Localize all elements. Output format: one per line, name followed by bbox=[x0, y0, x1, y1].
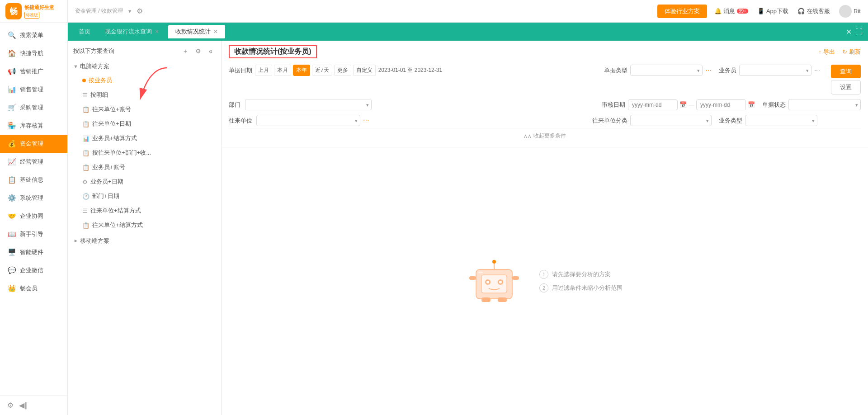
window-close-icon[interactable]: ✕ bbox=[846, 28, 852, 36]
date-separator: — bbox=[689, 101, 694, 108]
avatar-image bbox=[839, 5, 852, 18]
biz-type-select[interactable] bbox=[745, 115, 817, 126]
scheme-item-salesman-account[interactable]: 📋 业务员+账号 bbox=[68, 160, 221, 174]
sidebar-item-enterprise[interactable]: 🤝 企业协同 bbox=[0, 207, 67, 225]
collapse-panel-btn[interactable]: « bbox=[206, 46, 216, 56]
sidebar-item-sales[interactable]: 📊 销售管理 bbox=[0, 80, 67, 99]
sidebar-item-finance[interactable]: 💰 资金管理 bbox=[0, 135, 67, 153]
sidebar-item-marketing[interactable]: 📢 营销推广 bbox=[0, 62, 67, 80]
sidebar-item-system[interactable]: ⚙️ 系统管理 bbox=[0, 189, 67, 207]
content-area: 按以下方案查询 + ⚙ « ▼ 电脑端方案 按业务员 bbox=[68, 41, 868, 415]
calendar-end-icon[interactable]: 📅 bbox=[748, 101, 755, 108]
date-btn-last-month[interactable]: 上月 bbox=[255, 65, 272, 76]
sidebar-item-inventory[interactable]: 🏪 库存核算 bbox=[0, 117, 67, 135]
scheme-item-unit-account[interactable]: 📋 往来单位+账号 bbox=[68, 102, 221, 117]
user-avatar[interactable]: Rit bbox=[839, 5, 861, 18]
counterpart-category-select[interactable] bbox=[630, 115, 712, 126]
window-maximize-icon[interactable]: ⛶ bbox=[855, 28, 863, 36]
sidebar-item-wechat[interactable]: 💬 企业微信 bbox=[0, 261, 67, 279]
dept-date-icon: 🕐 bbox=[82, 193, 90, 200]
right-panel: 收款情况统计(按业务员) ↑ 导出 ↻ 刷新 bbox=[222, 41, 868, 415]
detail-icon: ☰ bbox=[82, 92, 88, 99]
date-btn-more[interactable]: 更多 bbox=[334, 65, 351, 76]
date-btn-this-month[interactable]: 本月 bbox=[274, 65, 291, 76]
salesman-date-icon: ⚙ bbox=[82, 179, 88, 185]
main-area: 资金管理 / 收款管理 ▾ ⚙ 体验行业方案 🔔 消息 99+ 📱 App下载 … bbox=[68, 0, 868, 415]
unit-settle1-icon: ☰ bbox=[82, 208, 88, 214]
salesman-select[interactable] bbox=[739, 65, 811, 76]
empty-robot-svg bbox=[467, 256, 521, 306]
messages-btn[interactable]: 🔔 消息 99+ bbox=[714, 7, 748, 15]
topbar-gear-icon[interactable]: ⚙ bbox=[137, 7, 143, 15]
guide-icon: 📖 bbox=[7, 230, 16, 239]
settings-bottom-icon[interactable]: ⚙ bbox=[7, 401, 14, 410]
sidebar-item-hardware[interactable]: 🖥️ 智能硬件 bbox=[0, 243, 67, 261]
date-btn-7days[interactable]: 近7天 bbox=[312, 65, 332, 76]
scheme-item-dept-date[interactable]: 🕐 部门+日期 bbox=[68, 189, 221, 203]
refresh-btn[interactable]: ↻ 刷新 bbox=[842, 48, 861, 56]
scheme-item-salesman[interactable]: 按业务员 bbox=[68, 73, 221, 88]
step-1-num: 1 bbox=[539, 270, 548, 279]
tab-receipt[interactable]: 收款情况统计 ✕ bbox=[168, 25, 225, 38]
basic-icon: 📋 bbox=[7, 175, 16, 184]
mobile-section-arrow-icon: ▼ bbox=[73, 239, 78, 244]
scheme-item-unit-settle2[interactable]: 📋 往来单位+结算方式 bbox=[68, 218, 221, 232]
pc-scheme-section: ▼ 电脑端方案 按业务员 ☰ 按明细 📋 往来单位+账号 📋 bbox=[68, 60, 221, 234]
collapse-sidebar-icon[interactable]: ◀∥ bbox=[19, 401, 28, 410]
svg-rect-11 bbox=[512, 276, 519, 280]
scheme-item-unit-dept[interactable]: 📋 按往来单位+部门+收... bbox=[68, 146, 221, 160]
doc-type-filter: 单据类型 ··· bbox=[604, 65, 711, 76]
counterpart-category-filter: 往来单位分类 bbox=[592, 115, 712, 126]
counterpart-category-select-wrap bbox=[630, 115, 712, 126]
salesman-more-icon[interactable]: ··· bbox=[814, 66, 820, 75]
export-btn[interactable]: ↑ 导出 bbox=[819, 48, 835, 56]
calendar-start-icon[interactable]: 📅 bbox=[679, 101, 687, 108]
mobile-section-header[interactable]: ▼ 移动端方案 bbox=[68, 234, 221, 248]
doc-type-select[interactable] bbox=[630, 65, 703, 76]
settings-btn[interactable]: 设置 bbox=[831, 80, 861, 94]
add-scheme-btn[interactable]: + bbox=[180, 46, 190, 56]
sidebar-item-basic[interactable]: 📋 基础信息 bbox=[0, 171, 67, 189]
biz-type-filter: 业务类型 bbox=[719, 115, 817, 126]
date-btn-custom[interactable]: 自定义 bbox=[353, 65, 376, 76]
topbar-right: 🔔 消息 99+ 📱 App下载 🎧 在线客服 Rit bbox=[714, 5, 861, 18]
scheme-item-salesman-date[interactable]: ⚙ 业务员+日期 bbox=[68, 174, 221, 189]
counterpart-more-icon[interactable]: ··· bbox=[363, 117, 369, 125]
export-icon: ↑ bbox=[819, 48, 822, 55]
scheme-item-unit-settle1[interactable]: ☰ 往来单位+结算方式 bbox=[68, 203, 221, 218]
scheme-item-detail[interactable]: ☰ 按明细 bbox=[68, 88, 221, 102]
counterpart-select[interactable] bbox=[256, 115, 360, 126]
tab-bank[interactable]: 现金银行流水查询 ✕ bbox=[98, 25, 166, 38]
date-btn-this-year[interactable]: 本年 bbox=[293, 65, 310, 76]
unit-date-icon: 📋 bbox=[82, 121, 90, 127]
query-btn[interactable]: 查询 bbox=[831, 65, 861, 78]
review-date-inputs: 📅 — 📅 bbox=[628, 99, 755, 110]
empty-illustration bbox=[467, 256, 521, 307]
collapse-bar[interactable]: ∧∧ 收起更多条件 bbox=[229, 128, 861, 143]
review-date-end[interactable] bbox=[696, 99, 746, 110]
active-dot-icon bbox=[82, 79, 86, 82]
sidebar: 畅 畅捷通好生意 标准版 🔍 搜索菜单 🏠 快捷导航 📢 营销推广 📊 销售管理… bbox=[0, 0, 68, 415]
tab-home[interactable]: 首页 bbox=[73, 25, 96, 38]
sidebar-item-quicknav[interactable]: 🏠 快捷导航 bbox=[0, 44, 67, 62]
sidebar-item-search[interactable]: 🔍 搜索菜单 bbox=[0, 26, 67, 44]
sidebar-item-member[interactable]: 👑 畅会员 bbox=[0, 279, 67, 297]
sidebar-item-purchase[interactable]: 🛒 采购管理 bbox=[0, 99, 67, 117]
app-download-btn[interactable]: 📱 App下载 bbox=[757, 7, 788, 15]
online-service-btn[interactable]: 🎧 在线客服 bbox=[797, 7, 830, 15]
tab-receipt-close-icon[interactable]: ✕ bbox=[213, 28, 218, 35]
pc-section-header[interactable]: ▼ 电脑端方案 bbox=[68, 60, 221, 73]
scheme-item-salesman-settle[interactable]: 📊 业务员+结算方式 bbox=[68, 131, 221, 146]
sidebar-item-operations[interactable]: 📈 经营管理 bbox=[0, 153, 67, 171]
scheme-item-unit-date[interactable]: 📋 往来单位+日期 bbox=[68, 117, 221, 131]
unit-account-icon: 📋 bbox=[82, 106, 90, 113]
sidebar-item-guide[interactable]: 📖 新手引导 bbox=[0, 225, 67, 243]
trial-btn[interactable]: 体验行业方案 bbox=[657, 5, 707, 18]
counterpart-select-wrap bbox=[256, 115, 360, 126]
doc-type-more-icon[interactable]: ··· bbox=[705, 66, 711, 75]
dept-select[interactable] bbox=[245, 99, 372, 110]
scheme-settings-btn[interactable]: ⚙ bbox=[193, 46, 203, 56]
tab-bank-close-icon[interactable]: ✕ bbox=[155, 28, 159, 35]
doc-status-select[interactable] bbox=[788, 99, 861, 110]
review-date-start[interactable] bbox=[628, 99, 678, 110]
